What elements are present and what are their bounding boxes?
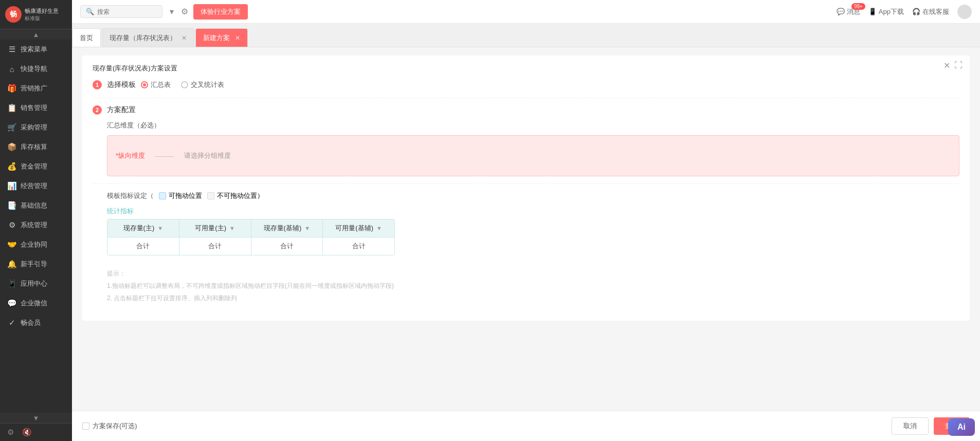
tab-inventory-close-icon[interactable]: ✕ bbox=[182, 34, 187, 42]
sidebar-item-contract[interactable]: 🤝 企业协同 bbox=[0, 235, 72, 254]
tips-area: 提示： 1.拖动标题栏可以调整布局，不可跨维度或指标区域拖动栏目字段(只能在同一… bbox=[107, 267, 959, 304]
statistics-table: 现存量(主) ▼ 合计 可用量(主) ▼ bbox=[107, 219, 395, 255]
content-area: ✕ ⛶ 现存量(库存状况表)方案设置 1 选择模板 汇总表 bbox=[72, 47, 980, 411]
sidebar-item-label: 企业协同 bbox=[21, 240, 47, 249]
sidebar-item-app-center[interactable]: 📱 应用中心 bbox=[0, 274, 72, 293]
topbar: 🔍 ▾ ⚙ 体验行业方案 💬 消息 99+ 📱 App下载 🎧 在线客服 bbox=[72, 0, 980, 24]
close-panel-icon[interactable]: ✕ bbox=[943, 61, 950, 70]
sidebar-item-label: 资金管理 bbox=[21, 162, 47, 171]
summary-dim-title: 汇总维度（必选） bbox=[107, 121, 959, 130]
save-checkbox-box[interactable] bbox=[82, 422, 89, 430]
panel-actions: ✕ ⛶ bbox=[943, 61, 963, 70]
indicator-setting-label: 模板指标设定（ bbox=[107, 191, 154, 200]
online-service-button[interactable]: 🎧 在线客服 bbox=[912, 7, 949, 16]
sidebar-item-basic-info[interactable]: 📑 基础信息 bbox=[0, 196, 72, 215]
step1-badge: 1 bbox=[93, 80, 102, 89]
expand-panel-icon[interactable]: ⛶ bbox=[954, 61, 963, 70]
tab-new-plan[interactable]: 新建方案 ✕ bbox=[195, 28, 248, 47]
settings-icon[interactable]: ⚙ bbox=[181, 7, 188, 16]
wechat-icon: 💬 bbox=[7, 299, 16, 308]
sidebar-item-label: 畅会员 bbox=[21, 318, 41, 327]
sidebar-item-finance[interactable]: 💰 资金管理 bbox=[0, 157, 72, 176]
sidebar-item-quick-nav[interactable]: ⌂ 快捷导航 bbox=[0, 59, 72, 79]
topbar-search-container[interactable]: 🔍 bbox=[80, 5, 162, 18]
gear-icon[interactable]: ▾ bbox=[170, 7, 174, 16]
sidebar-bottom: ⚙ 🔇 bbox=[0, 423, 72, 441]
sidebar-item-label: 采购管理 bbox=[21, 123, 47, 132]
tab-bar: 首页 现存量（库存状况表） ✕ 新建方案 ✕ bbox=[72, 24, 980, 47]
sidebar-item-system[interactable]: ⚙ 系统管理 bbox=[0, 215, 72, 235]
app-download-button[interactable]: 📱 App下载 bbox=[868, 7, 904, 16]
dim-arrow: —— bbox=[155, 151, 174, 161]
main-panel: ✕ ⛶ 现存量(库存状况表)方案设置 1 选择模板 汇总表 bbox=[82, 56, 970, 321]
search-input[interactable] bbox=[97, 8, 149, 15]
tab-home[interactable]: 首页 bbox=[72, 28, 101, 47]
stat-col-0-body: 合计 bbox=[107, 237, 179, 255]
chevron-down-icon-1: ▼ bbox=[229, 225, 235, 231]
tips-title: 提示： bbox=[107, 270, 125, 277]
sidebar-scroll-down[interactable]: ▼ bbox=[0, 413, 72, 423]
sidebar-item-inventory[interactable]: 📦 库存核算 bbox=[0, 137, 72, 157]
purchase-icon: 🛒 bbox=[7, 123, 16, 132]
radio-cross-label: 交叉统计表 bbox=[191, 80, 224, 89]
statistics-section: 统计指标 现存量(主) ▼ 合计 bbox=[107, 207, 959, 257]
stat-col-0-header[interactable]: 现存量(主) ▼ bbox=[107, 219, 179, 237]
phone-icon: 📱 bbox=[868, 8, 877, 15]
radio-cross[interactable]: 交叉统计表 bbox=[181, 80, 224, 89]
headset-icon: 🎧 bbox=[912, 8, 920, 15]
sidebar-item-wechat[interactable]: 💬 企业微信 bbox=[0, 293, 72, 313]
draggable-legend-label: 可拖动位置 bbox=[169, 191, 202, 200]
tab-inventory-label: 现存量（库存状况表） bbox=[110, 33, 176, 43]
chevron-down-icon-2: ▼ bbox=[304, 225, 310, 231]
sidebar-item-purchase[interactable]: 🛒 采购管理 bbox=[0, 118, 72, 137]
topbar-right: 💬 消息 99+ 📱 App下载 🎧 在线客服 bbox=[837, 5, 972, 19]
legend-nondraggable-item: 不可拖动位置） bbox=[207, 191, 264, 200]
stat-col-2-header[interactable]: 现存量(基辅) ▼ bbox=[251, 219, 323, 237]
user-avatar[interactable] bbox=[957, 5, 972, 19]
sidebar: 畅 畅康通好生意 标准版 ▲ ☰ 搜索菜单 ⌂ 快捷导航 🎁 营销推广 📋 销售… bbox=[0, 0, 72, 441]
finance-icon: 💰 bbox=[7, 162, 16, 171]
tab-inventory-status[interactable]: 现存量（库存状况表） ✕ bbox=[102, 28, 194, 47]
save-option-label: 方案保存(可选) bbox=[93, 421, 137, 431]
cancel-button[interactable]: 取消 bbox=[892, 417, 929, 435]
step2-badge: 2 bbox=[93, 105, 102, 115]
sidebar-item-member[interactable]: ✓ 畅会员 bbox=[0, 313, 72, 333]
stat-col-3-label: 可用量(基辅) bbox=[335, 224, 373, 233]
message-button[interactable]: 💬 消息 99+ bbox=[837, 7, 860, 16]
sidebar-item-management[interactable]: 📊 经营管理 bbox=[0, 176, 72, 196]
sidebar-item-label: 搜索菜单 bbox=[21, 45, 47, 54]
dim-placeholder: 请选择分组维度 bbox=[184, 151, 231, 160]
sidebar-item-sales[interactable]: 📋 销售管理 bbox=[0, 98, 72, 118]
basic-info-icon: 📑 bbox=[7, 201, 16, 210]
stat-col-2: 现存量(基辅) ▼ 合计 bbox=[251, 219, 323, 255]
tab-new-plan-close-icon[interactable]: ✕ bbox=[235, 34, 240, 42]
tips-item-1: 2. 点击标题栏下拉可设置排序、插入列和删除列 bbox=[107, 295, 237, 302]
system-icon: ⚙ bbox=[7, 220, 16, 230]
industry-solution-button[interactable]: 体验行业方案 bbox=[193, 4, 248, 20]
step1-section: 1 选择模板 汇总表 交叉统计表 bbox=[93, 80, 959, 89]
inventory-icon: 📦 bbox=[7, 142, 16, 152]
sidebar-logo: 畅 畅康通好生意 标准版 bbox=[0, 0, 72, 29]
step2-header: 2 方案配置 bbox=[93, 105, 959, 115]
stat-col-3-header[interactable]: 可用量(基辅) ▼ bbox=[323, 219, 394, 237]
radio-summary[interactable]: 汇总表 bbox=[141, 80, 171, 89]
sidebar-item-label: 营销推广 bbox=[21, 84, 47, 93]
sidebar-nav: ☰ 搜索菜单 ⌂ 快捷导航 🎁 营销推广 📋 销售管理 🛒 采购管理 📦 库存核… bbox=[0, 40, 72, 413]
sidebar-item-label: 企业微信 bbox=[21, 299, 47, 308]
stat-col-1-header[interactable]: 可用量(主) ▼ bbox=[179, 219, 251, 237]
message-badge: 99+ bbox=[851, 3, 865, 10]
draggable-legend-box bbox=[159, 192, 166, 199]
save-option-checkbox[interactable]: 方案保存(可选) bbox=[82, 421, 137, 431]
sidebar-item-search-menu[interactable]: ☰ 搜索菜单 bbox=[0, 40, 72, 59]
ai-badge[interactable]: Ai bbox=[948, 418, 975, 436]
radio-cross-circle bbox=[181, 81, 188, 88]
sidebar-item-new-guide[interactable]: 🔔 新手引导 bbox=[0, 254, 72, 274]
sidebar-item-marketing[interactable]: 🎁 营销推广 bbox=[0, 79, 72, 98]
sound-bottom-icon[interactable]: 🔇 bbox=[22, 428, 32, 437]
dimension-dropzone[interactable]: *纵向维度 —— 请选择分组维度 bbox=[107, 135, 959, 176]
settings-bottom-icon[interactable]: ⚙ bbox=[7, 428, 14, 437]
stat-col-3-body: 合计 bbox=[323, 237, 394, 255]
stat-col-0-label: 现存量(主) bbox=[123, 224, 155, 233]
dim-required-label: *纵向维度 bbox=[116, 151, 145, 160]
sidebar-scroll-up[interactable]: ▲ bbox=[0, 29, 72, 40]
